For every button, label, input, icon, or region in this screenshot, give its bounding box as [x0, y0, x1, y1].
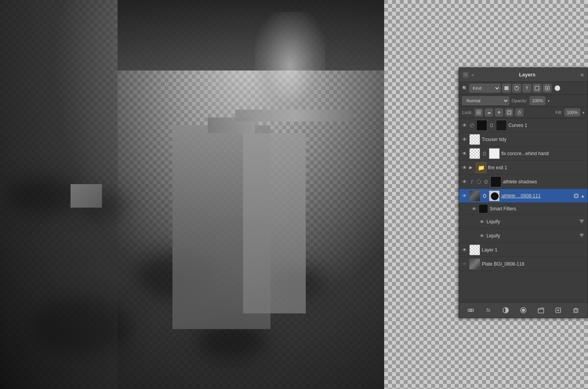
svg-point-18: [581, 233, 583, 235]
new-fill-layer-button[interactable]: [519, 306, 528, 315]
layer-name-layer1: Layer 1: [482, 247, 585, 253]
type-filter-button[interactable]: T: [523, 84, 531, 92]
svg-point-9: [470, 123, 474, 127]
opacity-label: Opacity:: [512, 98, 527, 103]
smart-filter-button[interactable]: [543, 84, 552, 92]
layer-name-fire-exit-1: fire exit 1: [488, 165, 585, 170]
blend-mode-select[interactable]: Normal Multiply Screen Overlay: [462, 96, 509, 105]
layers-panel: × « Layers ≡ 🔍 Kind Name Effect Mode Att…: [459, 67, 588, 318]
layer-name-fix-concrete: fix concre...ehind hand: [501, 151, 585, 156]
layer-item-liquify-1[interactable]: 👁 Liquify: [459, 215, 588, 229]
fx-button[interactable]: fx: [484, 306, 493, 315]
kind-filter-select[interactable]: Kind Name Effect Mode Attribute Color: [469, 84, 501, 92]
new-adjustment-layer-button[interactable]: [501, 306, 510, 315]
filter-toggle-circle[interactable]: [555, 85, 560, 91]
left-fade: [0, 0, 118, 389]
fx-icon-athlete-shadows: ƒ: [469, 179, 475, 185]
layer-name-athlete-shadows: athlete shadows: [503, 179, 585, 185]
panel-title: Layers: [519, 72, 535, 78]
panel-collapse-button[interactable]: «: [472, 72, 474, 77]
adjustment-filter-button[interactable]: [512, 84, 521, 92]
svg-rect-2: [535, 86, 539, 90]
svg-point-12: [477, 180, 481, 184]
opacity-input[interactable]: [530, 96, 545, 105]
liquify-1-adjust-icon[interactable]: [579, 219, 585, 225]
delete-layer-button[interactable]: [571, 306, 581, 315]
fill-chevron-icon[interactable]: ▾: [583, 110, 584, 115]
layer-visibility-trouser-tidy[interactable]: 👁: [461, 136, 468, 143]
layer-thumb-athlete-smart-1: [469, 190, 480, 201]
layer-item-athlete-shadows[interactable]: 👁 ƒ athlete shadows: [459, 175, 588, 189]
layer-visibility-athlete-smart[interactable]: 👁: [461, 193, 468, 199]
layer-mask-thumb-curves1: [496, 120, 507, 131]
layer-item-liquify-2[interactable]: 👁 Liquify: [459, 229, 588, 243]
panel-menu-button[interactable]: ≡: [581, 72, 584, 78]
layer-thumb-layer1: [469, 244, 480, 255]
panel-header: × « Layers ≡: [459, 68, 588, 82]
layer-visibility-athlete-shadows[interactable]: 👁: [461, 179, 468, 185]
link-layers-button[interactable]: [466, 306, 475, 315]
panel-footer: fx: [459, 302, 588, 318]
layer-item-layer1[interactable]: 👁 Layer 1: [459, 243, 588, 257]
layer-item-smart-filters[interactable]: 👁 Smart Filters: [459, 203, 588, 215]
shape-filter-button[interactable]: [533, 84, 541, 92]
circle-icon-athlete-shadows: [476, 179, 482, 185]
layer-visibility-fire-exit-1[interactable]: 👁: [461, 165, 468, 171]
layer-collapse-athlete-smart[interactable]: ▲: [581, 194, 585, 198]
layers-list: 👁 Curves 1 👁 Trouser tidy 👁: [459, 118, 588, 302]
layer-item-athlete-smart[interactable]: 👁 athlete ...0808-111 ▲: [459, 189, 588, 203]
layer-visibility-liquify-1[interactable]: 👁: [479, 219, 485, 225]
layer-visibility-fix-concrete[interactable]: 👁: [461, 150, 468, 157]
new-layer-button[interactable]: [554, 306, 563, 315]
layer-item-curves1[interactable]: 👁 Curves 1: [459, 118, 588, 132]
svg-rect-13: [485, 180, 487, 183]
lock-position-button[interactable]: [495, 109, 503, 116]
lock-artboard-button[interactable]: [505, 109, 513, 116]
svg-rect-22: [538, 309, 544, 313]
lock-all-button[interactable]: [515, 109, 523, 116]
layer-visibility-curves1[interactable]: 👁: [461, 122, 468, 128]
svg-rect-10: [490, 124, 493, 127]
layer-item-fix-concrete[interactable]: 👁 fix concre...ehind hand: [459, 147, 588, 161]
lock-image-button[interactable]: [485, 109, 493, 116]
filter-row: 🔍 Kind Name Effect Mode Attribute Color …: [459, 82, 588, 95]
layer-thumb-athlete-shadows: [490, 176, 501, 187]
layer-name-trouser-tidy: Trouser tidy: [482, 137, 585, 142]
layer-name-curves1: Curves 1: [508, 123, 585, 128]
layer-item-trouser-tidy[interactable]: 👁 Trouser tidy: [459, 132, 588, 147]
layer-thumb-fix-concrete: [469, 148, 480, 159]
layer-visibility-plate-bgi[interactable]: 👁: [461, 261, 468, 267]
search-icon: 🔍: [462, 86, 468, 91]
smart-object-icon: [573, 193, 579, 199]
new-group-button[interactable]: [536, 306, 546, 315]
lock-transparent-button[interactable]: [475, 109, 483, 116]
svg-rect-16: [575, 195, 577, 197]
svg-rect-11: [483, 152, 486, 155]
opacity-chevron-icon[interactable]: ▾: [548, 99, 550, 103]
liquify-2-adjust-icon[interactable]: [579, 233, 585, 239]
layer-visibility-liquify-2[interactable]: 👁: [479, 233, 485, 239]
panel-close-button[interactable]: ×: [463, 72, 468, 78]
layer-name-liquify-2: Liquify: [486, 233, 577, 239]
layer-item-plate-bgi[interactable]: 👁 Plate BGI_0808-118: [459, 257, 588, 271]
pixel-filter-button[interactable]: [502, 84, 511, 92]
chain-icon-athlete-shadows: [483, 179, 489, 185]
fill-input[interactable]: [564, 109, 580, 116]
layer-name-plate-bgi: Plate BGI_0808-118: [482, 261, 585, 267]
layer-visibility-smart-filters[interactable]: 👁: [471, 206, 477, 212]
layer-thumb-curves1: [476, 120, 487, 131]
layer-item-fire-exit-1[interactable]: 👁 ▶ 📁 fire exit 1: [459, 161, 588, 175]
blend-mode-row: Normal Multiply Screen Overlay Opacity: …: [459, 95, 588, 107]
panel-header-left: × «: [463, 72, 474, 78]
layer-mask-fix-concrete: [489, 148, 500, 159]
curves-adjustment-icon: [469, 123, 475, 128]
layer-expand-fire-exit-1[interactable]: ▶: [469, 165, 474, 170]
svg-rect-7: [508, 111, 510, 114]
svg-rect-0: [505, 86, 508, 90]
fill-label: Fill:: [555, 110, 562, 115]
athlete-figure: [255, 12, 325, 121]
layer-visibility-layer1[interactable]: 👁: [461, 247, 468, 253]
layer-thumb-athlete-smart-2: [489, 190, 500, 201]
layer-name-smart-filters: Smart Filters: [490, 206, 585, 212]
lock-label: Lock:: [462, 110, 472, 115]
